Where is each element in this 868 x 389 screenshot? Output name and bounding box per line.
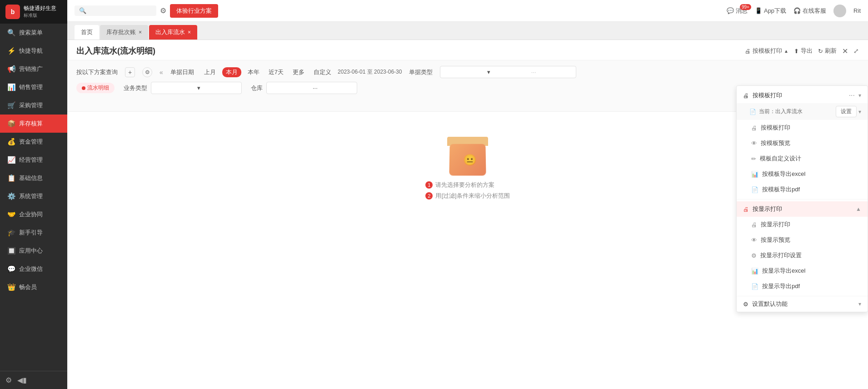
topbar-left: 🔍 ⚙ 体验行业方案 [75, 4, 721, 18]
template-print-item[interactable]: 🖨 按模板打印 [737, 120, 868, 135]
empty-hints: 1 请先选择要分析的方案 2 用[过滤]条件来缩小分析范围 [425, 181, 509, 203]
sidebar-item-finance[interactable]: 💰 资金管理 [0, 133, 67, 151]
date-btn-prev-month[interactable]: 上月 [201, 67, 219, 77]
search-input[interactable] [89, 7, 144, 14]
industry-solution-button[interactable]: 体验行业方案 [170, 4, 218, 18]
empty-illustration: 😐 [440, 130, 495, 175]
template-export-pdf-item[interactable]: 📄 按模板导出pdf [737, 182, 868, 197]
money-icon: 💰 [7, 138, 15, 146]
tab-batch[interactable]: 库存批次账 × [100, 25, 148, 40]
date-btn-this-year[interactable]: 本年 [245, 67, 262, 77]
empty-hint-1: 1 请先选择要分析的方案 [425, 181, 509, 189]
user-avatar[interactable] [833, 5, 846, 17]
filter-settings-button[interactable]: ⚙ [142, 67, 152, 77]
more-icon: ··· [313, 85, 352, 91]
expand-icon[interactable]: ⤢ [853, 47, 859, 55]
template-export-excel-item[interactable]: 📊 按模板导出excel [737, 166, 868, 182]
page-title: 出入库流水(流水明细) [76, 45, 155, 56]
sidebar-item-search[interactable]: 🔍 搜索菜单 [0, 24, 67, 42]
item-label: 按模板预览 [761, 139, 790, 147]
sidebar-item-member[interactable]: 👑 畅会员 [0, 278, 67, 296]
app-logo: b 畅捷通好生意 标准版 [0, 0, 67, 24]
sidebar-item-apps[interactable]: 🔲 应用中心 [0, 242, 67, 260]
display-print-settings-item[interactable]: ⚙ 按显示打印设置 [737, 248, 868, 263]
item-label: 按模板导出pdf [762, 185, 800, 194]
tab-close-icon[interactable]: × [188, 29, 191, 35]
item-label: 按显示打印 [761, 220, 790, 229]
date-btn-more[interactable]: 更多 [290, 67, 307, 77]
sidebar-item-marketing[interactable]: 📢 营销推广 [0, 60, 67, 78]
filter-label: 按以下方案查询 [76, 68, 118, 76]
sidebar-item-basic[interactable]: 📋 基础信息 [0, 169, 67, 187]
template-custom-item[interactable]: ✏ 模板自定义设计 [737, 151, 868, 166]
excel-icon: 📊 [751, 268, 758, 274]
hint-text-2: 用[过滤]条件来缩小分析范围 [435, 192, 509, 200]
tab-label: 出入库流水 [155, 28, 185, 36]
date-btn-custom[interactable]: 自定义 [311, 67, 334, 77]
hint-num-1: 1 [425, 181, 433, 189]
topbar-right: 💬 消息 99+ 📱 App下载 🎧 在线客服 Rit [727, 5, 861, 17]
app-download-button[interactable]: 📱 App下载 [755, 7, 786, 15]
sidebar-item-sales[interactable]: 📊 销售管理 [0, 78, 67, 96]
sidebar-item-operation[interactable]: 📈 经营管理 [0, 151, 67, 169]
display-export-pdf-item[interactable]: 📄 按显示导出pdf [737, 279, 868, 294]
chevron-up-icon: ▲ [784, 49, 788, 54]
pdf-icon: 📄 [751, 186, 758, 193]
topbar-gear-icon[interactable]: ⚙ [160, 6, 166, 15]
filter-add-button[interactable]: + [125, 67, 135, 77]
display-export-excel-item[interactable]: 📊 按显示导出excel [737, 263, 868, 279]
tab-close-icon[interactable]: × [139, 29, 142, 35]
template-settings-button[interactable]: 设置 [836, 106, 857, 117]
sidebar-item-label: 资金管理 [19, 138, 43, 146]
preview-icon: 👁 [751, 140, 757, 147]
sidebar-item-wechat[interactable]: 💬 企业微信 [0, 260, 67, 278]
online-service-button[interactable]: 🎧 在线客服 [793, 7, 826, 15]
empty-hint-2: 2 用[过滤]条件来缩小分析范围 [425, 192, 509, 200]
template-section-header[interactable]: 🖨 按模板打印 ··· ▾ [737, 88, 868, 103]
display-header-left: 🖨 按显示打印 [743, 205, 782, 213]
sidebar-item-guide[interactable]: 🎓 新手引导 [0, 224, 67, 242]
warehouse-select[interactable]: ··· [266, 82, 357, 94]
date-filters: 上月 本月 本年 近7天 更多 自定义 2023-06-01 至 2023-06… [201, 67, 402, 77]
hint-num-2: 2 [425, 192, 433, 199]
sidebar-item-shortcut[interactable]: ⚡ 快捷导航 [0, 42, 67, 60]
refresh-button[interactable]: ↻ 刷新 [818, 47, 837, 55]
biz-type-select[interactable]: ▾ [151, 82, 242, 94]
export-button[interactable]: ⬆ 导出 [794, 47, 813, 55]
dropdown-more-icon[interactable]: ··· [849, 91, 855, 100]
excel-icon: 📊 [751, 171, 758, 178]
display-print-item[interactable]: 🖨 按显示打印 [737, 217, 868, 232]
page-content: 出入库流水(流水明细) 🖨 按模板打印 ▲ ⬆ 导出 ↻ 刷新 ✕ ⤢ [67, 40, 868, 389]
flow-icon: 📄 [749, 109, 756, 115]
refresh-icon: ↻ [818, 48, 823, 55]
collapse-menu-icon[interactable]: ◀▮ [17, 376, 27, 384]
biz-type-label: 业务类型 [124, 84, 147, 92]
page-close-icon[interactable]: ✕ [842, 47, 848, 55]
app-edition: 标准版 [24, 12, 56, 19]
tab-flow[interactable]: 出入库流水 × [149, 25, 197, 40]
doc-type-select[interactable]: ▾ ··· [440, 66, 576, 78]
template-preview-item[interactable]: 👁 按模板预览 [737, 135, 868, 151]
headset-icon: 🎧 [793, 7, 801, 14]
sidebar-item-purchase[interactable]: 🛒 采购管理 [0, 96, 67, 115]
template-print-button[interactable]: 🖨 按模板打印 ▲ [745, 47, 788, 55]
message-button[interactable]: 💬 消息 99+ [727, 7, 748, 15]
settings-icon[interactable]: ⚙ [5, 376, 12, 384]
display-section-header[interactable]: 🖨 按显示打印 ▲ [737, 201, 868, 217]
topbar-search-box[interactable]: 🔍 [75, 5, 156, 16]
sidebar-item-cooperation[interactable]: 🤝 企业协同 [0, 205, 67, 224]
template-print-dropdown: 🖨 按模板打印 ··· ▾ 📄 当前：出入库流水 设置 [736, 85, 868, 312]
display-preview-item[interactable]: 👁 按显示预览 [737, 232, 868, 248]
sidebar-item-inventory[interactable]: 📦 库存核算 [0, 115, 67, 133]
chevron-down-icon: ▾ [858, 109, 861, 115]
date-btn-this-month[interactable]: 本月 [222, 67, 241, 77]
date-range-display: 2023-06-01 至 2023-06-30 [338, 68, 402, 76]
tab-home[interactable]: 首页 [75, 25, 99, 40]
filter-collapse-icon[interactable]: « [160, 69, 163, 76]
sidebar-item-system[interactable]: ⚙️ 系统管理 [0, 187, 67, 205]
date-btn-7days[interactable]: 近7天 [266, 67, 286, 77]
sidebar-item-label: 应用中心 [19, 247, 43, 255]
flow-tag[interactable]: 流水明细 [76, 83, 115, 93]
set-default-button[interactable]: ⚙ 设置默认功能 ▾ [737, 296, 868, 312]
template-section-label: 按模板打印 [753, 91, 782, 100]
